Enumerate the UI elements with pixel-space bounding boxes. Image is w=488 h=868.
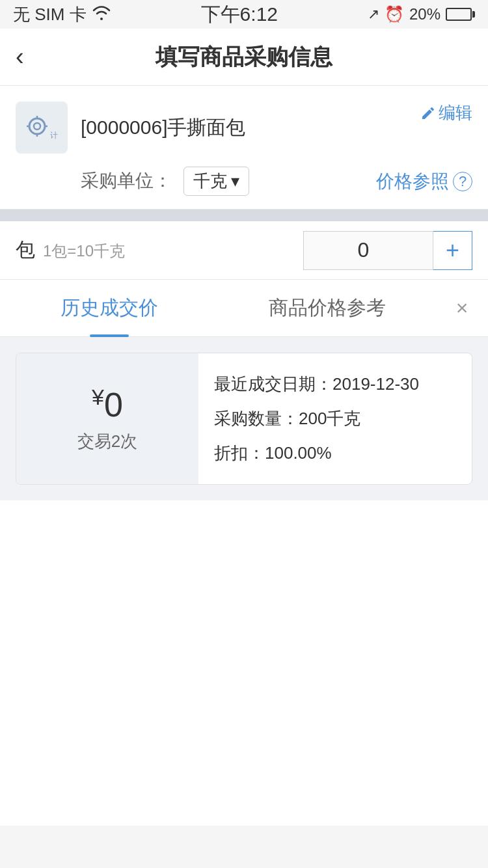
purchase-unit-group: 采购单位： 千克 ▾ bbox=[81, 167, 249, 196]
svg-text:计: 计 bbox=[50, 131, 58, 140]
nav-bar: ‹ 填写商品采购信息 bbox=[0, 29, 488, 86]
carrier-label: 无 SIM 卡 bbox=[13, 3, 87, 26]
tab-price-ref-label: 商品价格参考 bbox=[269, 295, 386, 321]
page-title: 填写商品采购信息 bbox=[156, 42, 332, 72]
svg-point-0 bbox=[29, 118, 45, 134]
detail-label-date: 最近成交日期： bbox=[214, 374, 332, 394]
svg-point-1 bbox=[34, 123, 40, 129]
unit-value: 千克 bbox=[193, 170, 227, 193]
detail-row-date: 最近成交日期：2019-12-30 bbox=[214, 372, 456, 397]
quantity-row: 包 1包=10千克 + bbox=[0, 221, 488, 280]
purchase-unit-label: 采购单位： bbox=[81, 170, 172, 191]
tab-close-button[interactable]: × bbox=[436, 296, 488, 320]
product-header: 计 [0000006]手撕面包 编辑 bbox=[16, 102, 472, 154]
transaction-count: 交易2次 bbox=[77, 430, 137, 453]
tab-history-label: 历史成交价 bbox=[61, 295, 158, 321]
gray-divider bbox=[0, 210, 488, 221]
transaction-price: ¥0 bbox=[92, 385, 123, 424]
transaction-card: ¥0 交易2次 最近成交日期：2019-12-30 采购数量：200千克 折扣：… bbox=[16, 353, 472, 485]
transaction-details: 最近成交日期：2019-12-30 采购数量：200千克 折扣：100.00% bbox=[198, 353, 472, 484]
detail-value-discount: 100.00% bbox=[265, 443, 332, 463]
status-bar: 无 SIM 卡 下午6:12 ↗ ⏰ 20% bbox=[0, 0, 488, 29]
edit-link[interactable]: 编辑 bbox=[420, 102, 472, 124]
alarm-icon: ⏰ bbox=[385, 5, 404, 23]
tab-history-price[interactable]: 历史成交价 bbox=[0, 280, 218, 337]
price-ref-help-icon: ? bbox=[453, 172, 472, 191]
edit-label: 编辑 bbox=[439, 102, 472, 124]
quantity-unit: 包 1包=10千克 bbox=[16, 237, 125, 264]
price-reference[interactable]: 价格参照 ? bbox=[376, 169, 472, 194]
tabs-section: 历史成交价 商品价格参考 × ¥0 交易2次 最近成交日期：2019-12-30… bbox=[0, 280, 488, 500]
purchase-row: 采购单位： 千克 ▾ 价格参照 ? bbox=[16, 167, 472, 196]
location-icon: ↗ bbox=[368, 6, 379, 23]
detail-label-quantity: 采购数量： bbox=[214, 409, 299, 428]
price-ref-label: 价格参照 bbox=[376, 169, 449, 194]
detail-row-quantity: 采购数量：200千克 bbox=[214, 406, 456, 431]
battery-percent: 20% bbox=[409, 5, 441, 23]
product-left: 计 [0000006]手撕面包 bbox=[16, 102, 245, 154]
back-button[interactable]: ‹ bbox=[16, 43, 24, 71]
product-thumbnail: 计 bbox=[16, 102, 68, 154]
price-symbol: ¥ bbox=[92, 385, 104, 409]
product-name: [0000006]手撕面包 bbox=[81, 115, 245, 141]
wifi-icon bbox=[92, 5, 111, 25]
transaction-price-left: ¥0 交易2次 bbox=[16, 353, 198, 484]
dropdown-arrow: ▾ bbox=[231, 171, 239, 191]
status-left: 无 SIM 卡 bbox=[13, 3, 111, 26]
product-section: 计 [0000006]手撕面包 编辑 采购单位： 千克 ▾ 价格参照 ? bbox=[0, 86, 488, 210]
quantity-input[interactable] bbox=[303, 231, 433, 270]
unit-sub: 1包=10千克 bbox=[43, 241, 125, 262]
unit-label: 包 bbox=[16, 237, 35, 264]
battery-icon bbox=[446, 8, 475, 21]
detail-row-discount: 折扣：100.00% bbox=[214, 441, 456, 466]
price-value: 0 bbox=[104, 387, 123, 424]
detail-value-quantity: 200千克 bbox=[299, 409, 360, 428]
empty-area bbox=[0, 500, 488, 826]
detail-value-date: 2019-12-30 bbox=[332, 374, 419, 394]
quantity-plus-button[interactable]: + bbox=[433, 231, 472, 270]
detail-label-discount: 折扣： bbox=[214, 443, 265, 463]
unit-select[interactable]: 千克 ▾ bbox=[183, 167, 249, 196]
status-time: 下午6:12 bbox=[201, 1, 278, 28]
tab-price-reference[interactable]: 商品价格参考 bbox=[218, 280, 436, 337]
tabs-header: 历史成交价 商品价格参考 × bbox=[0, 280, 488, 337]
quantity-input-group: + bbox=[303, 231, 472, 270]
status-right: ↗ ⏰ 20% bbox=[368, 5, 475, 23]
transaction-list: ¥0 交易2次 最近成交日期：2019-12-30 采购数量：200千克 折扣：… bbox=[0, 337, 488, 500]
